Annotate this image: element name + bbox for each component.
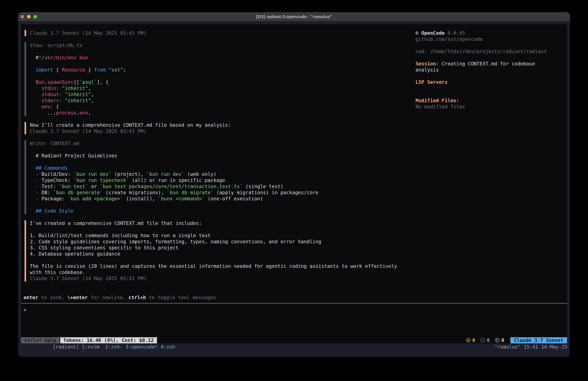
session-sidebar: © OpenCode 0.0.45github.com/sst/opencode… — [416, 30, 566, 110]
conversation: Claude 3.7 Sonnet (14 May 2025 03:41 PM)… — [24, 30, 412, 288]
text-line: with this codebase. — [30, 269, 412, 275]
info-icon: ⓘ — [480, 337, 485, 343]
desktop-background: [2/3] radiant:3:opencode - "romulus" Cla… — [0, 0, 588, 381]
warnings-count: 0 — [472, 337, 475, 343]
text-line: © OpenCode 0.0.45 — [416, 30, 566, 36]
text-line — [30, 159, 412, 165]
tmux-window-1-nvim[interactable]: 1:nvim — [82, 344, 99, 350]
text-line — [30, 147, 412, 153]
text-line: - Build/Dev: `bun run dev` (project), `b… — [30, 171, 412, 177]
diagnostics-counters: Ⓦ0ⓘ0ⓗ0 — [466, 337, 509, 343]
text-line — [30, 61, 412, 67]
text-line: View: script/db.ts — [30, 42, 412, 48]
tmux-status-bar: [radiant] 1:nvim 2:zsh- 3:opencode* 4:zs… — [18, 343, 570, 350]
text-line: - TypeCheck: `bun run typecheck` (all) o… — [30, 177, 412, 183]
text-line: stdout: "inherit", — [30, 91, 412, 97]
window-title: [2/3] radiant:3:opencode - "romulus" — [18, 14, 570, 19]
text-line: LSP Servers — [416, 79, 566, 85]
tmux-windows-list: [radiant] 1:nvim 2:zsh- 3:opencode* 4:zs… — [23, 338, 175, 355]
tmux-window-2-zsh-[interactable]: 2:zsh- — [105, 344, 123, 350]
text-line — [30, 73, 412, 79]
text-line: - Package: `bun add <package>` (install)… — [30, 196, 412, 202]
text-line: Claude 3.7 Sonnet (14 May 2025 03:41 PM) — [30, 128, 412, 134]
tmux-window-4-zsh[interactable]: 4:zsh — [161, 344, 175, 350]
text-line: ...process.env, — [30, 110, 412, 116]
text-line — [30, 48, 412, 55]
text-line — [416, 42, 566, 48]
keybind-help: enter to send, \+enter for newline, ctrl… — [23, 294, 567, 301]
text-line: #!/usr/bin/env bun — [30, 55, 412, 61]
input-region: enter to send, \+enter for newline, ctrl… — [21, 294, 567, 343]
tool-call-view: View: script/db.ts #!/usr/bin/env bun im… — [24, 42, 412, 116]
text-line — [416, 55, 566, 61]
tmux-host-clock: "romulus" 15:41 14-May-25 — [494, 344, 567, 350]
zoom-button[interactable] — [34, 15, 37, 18]
assistant-message: Now I'll create a comprehensive CONTEXT.… — [24, 122, 412, 134]
text-line: 2. Code style guidelines covering import… — [30, 239, 412, 245]
text-line: # Radiant Project Guidelines — [30, 153, 412, 159]
prompt-input[interactable]: > — [23, 307, 567, 313]
model-chip[interactable]: Claude 3.7 Sonnet — [510, 337, 567, 343]
info-counter: ⓘ0 — [480, 337, 490, 343]
text-line — [30, 226, 412, 232]
text-line — [30, 202, 412, 208]
text-line: Write: CONTEXT.md — [30, 140, 412, 147]
tmux-window-3-opencode-[interactable]: 3:opencode* — [126, 344, 158, 350]
hints-count: 0 — [501, 337, 504, 343]
window-titlebar[interactable]: [2/3] radiant:3:opencode - "romulus" — [18, 12, 570, 21]
tmux-session-name: [radiant] — [53, 344, 79, 350]
text-line: The file is concise (20 lines) and captu… — [30, 263, 412, 269]
text-line: I've created a comprehensive CONTEXT.md … — [30, 220, 412, 226]
minimize-button[interactable] — [27, 15, 30, 18]
hints-counter: ⓗ0 — [495, 337, 504, 343]
text-line: stderr: "inherit", — [30, 97, 412, 104]
info-count: 0 — [487, 337, 490, 343]
text-line: Now I'll create a comprehensive CONTEXT.… — [30, 122, 412, 128]
text-line — [30, 257, 412, 263]
text-line: ## Code Style — [30, 208, 412, 214]
text-line — [416, 73, 566, 79]
opencode-tui: Claude 3.7 Sonnet (14 May 2025 03:41 PM)… — [21, 24, 567, 343]
hints-icon: ⓗ — [495, 337, 500, 343]
text-line: 1. Build/lint/test commands including ho… — [30, 232, 412, 239]
tool-call-write: Write: CONTEXT.md # Radiant Project Guid… — [24, 140, 412, 214]
text-line: ## Commands — [30, 165, 412, 171]
prompt-symbol: > — [23, 307, 26, 313]
input-divider — [21, 303, 567, 304]
text-line: analysis — [416, 67, 566, 73]
text-line: env: { — [30, 104, 412, 110]
text-line: Claude 3.7 Sonnet (14 May 2025 03:41 PM) — [30, 30, 412, 36]
text-line — [416, 91, 566, 97]
message-meta: Claude 3.7 Sonnet (14 May 2025 03:41 PM) — [24, 30, 412, 36]
text-line: Claude 3.7 Sonnet (14 May 2025 03:41 PM) — [30, 275, 412, 282]
warnings-icon: Ⓦ — [466, 337, 471, 343]
warnings-counter: Ⓦ0 — [466, 337, 475, 343]
terminal-content: Claude 3.7 Sonnet (14 May 2025 03:41 PM)… — [18, 21, 570, 357]
text-line: - DB: `bun db generate` (create migratio… — [30, 190, 412, 196]
text-line: - Test: `bun test` or `bun test packages… — [30, 183, 412, 190]
text-line: Session: Creating CONTEXT.md for codebas… — [416, 61, 566, 67]
assistant-message: I've created a comprehensive CONTEXT.md … — [24, 220, 412, 282]
text-line — [416, 85, 566, 91]
text-line: No modified files — [416, 104, 566, 110]
text-line: Modified Files: — [416, 97, 566, 104]
text-line: stdin: "inherit", — [30, 85, 412, 91]
text-line: 4. Database operations guidance — [30, 251, 412, 257]
text-line: cwd: /home/thdxr/dev/projects/radiant/ra… — [416, 48, 566, 55]
text-line: import { Resource } from "sst"; — [30, 67, 412, 73]
traffic-lights — [21, 12, 37, 21]
text-line: github.com/sst/opencode — [416, 36, 566, 42]
close-button[interactable] — [21, 15, 24, 18]
terminal-window: [2/3] radiant:3:opencode - "romulus" Cla… — [18, 12, 570, 357]
text-line: Bun.spawnSync([`psql`], { — [30, 79, 412, 85]
text-line: 3. CSS styling conventions specific to t… — [30, 245, 412, 251]
